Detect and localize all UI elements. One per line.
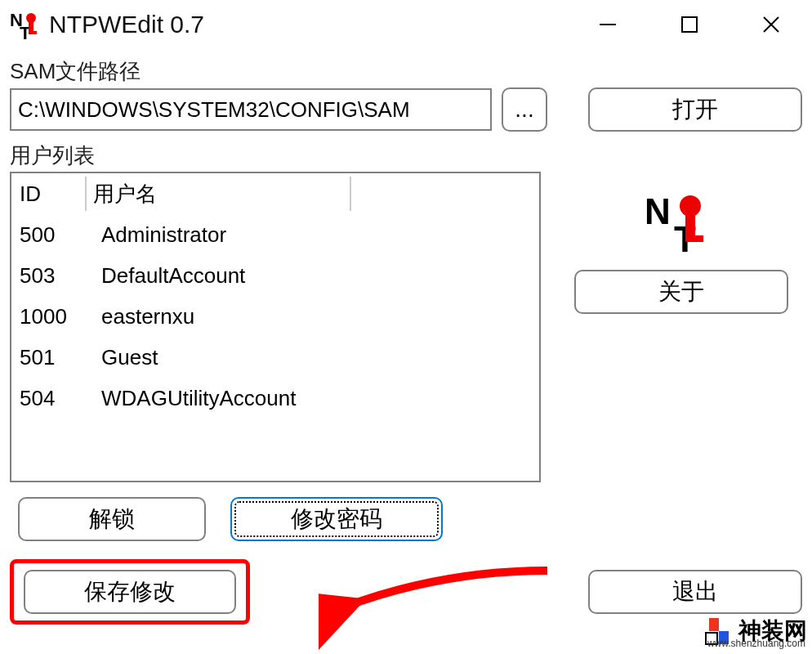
app-logo-large: N T	[645, 190, 718, 255]
svg-point-11	[680, 195, 701, 217]
cell-id: 500	[11, 222, 85, 248]
user-list-label: 用户列表	[10, 141, 802, 170]
table-row[interactable]: 503DefaultAccount	[11, 255, 539, 296]
title-bar: N T NTPWEdit 0.7	[0, 0, 812, 49]
column-header-id[interactable]: ID	[11, 181, 85, 207]
unlock-button[interactable]: 解锁	[18, 497, 206, 541]
maximize-button[interactable]	[649, 0, 730, 49]
window-controls	[567, 0, 812, 49]
user-list-rows: 500Administrator503DefaultAccount1000eas…	[11, 214, 539, 419]
table-row[interactable]: 501Guest	[11, 337, 539, 378]
cell-username: DefaultAccount	[85, 263, 539, 289]
open-button[interactable]: 打开	[588, 87, 802, 132]
user-list-right: N T 关于	[560, 172, 802, 314]
cell-id: 501	[11, 345, 85, 370]
svg-rect-4	[29, 31, 37, 34]
user-list-buttons: 解锁 修改密码	[10, 497, 541, 541]
cell-username: WDAGUtilityAccount	[85, 386, 539, 411]
sam-path-row: ... 打开	[10, 87, 802, 132]
cell-username: Guest	[85, 345, 539, 370]
minimize-button[interactable]	[567, 0, 649, 49]
watermark-url: www.shenzhuang.com	[707, 638, 805, 649]
cell-id: 503	[11, 263, 85, 289]
cell-username: easternxu	[85, 304, 539, 329]
cell-id: 504	[11, 386, 85, 411]
about-button[interactable]: 关于	[574, 270, 788, 314]
user-list-area: ID 用户名 500Administrator503DefaultAccount…	[10, 172, 802, 541]
watermark: 神装网 www.shenzhuang.com	[703, 615, 807, 647]
browse-button[interactable]: ...	[502, 87, 547, 132]
table-row[interactable]: 504WDAGUtilityAccount	[11, 378, 539, 419]
cell-username: Administrator	[85, 222, 539, 248]
user-list-left: ID 用户名 500Administrator503DefaultAccount…	[10, 172, 541, 541]
exit-button[interactable]: 退出	[588, 570, 802, 614]
svg-text:N: N	[645, 191, 671, 231]
user-list-header: ID 用户名	[11, 173, 539, 214]
window-title: NTPWEdit 0.7	[49, 11, 204, 38]
column-header-name[interactable]: 用户名	[87, 180, 350, 208]
column-divider	[350, 177, 351, 211]
close-button[interactable]	[730, 0, 812, 49]
svg-rect-6	[682, 17, 697, 32]
table-row[interactable]: 500Administrator	[11, 214, 539, 255]
cell-id: 1000	[11, 304, 85, 329]
app-icon: N T	[8, 8, 41, 41]
bottom-button-row: 保存修改 退出	[0, 541, 812, 625]
save-highlight-box: 保存修改	[10, 559, 250, 625]
svg-rect-13	[685, 235, 703, 242]
main-content: SAM文件路径 ... 打开 用户列表 ID 用户名 500Administra…	[0, 49, 812, 541]
table-row[interactable]: 1000easternxu	[11, 296, 539, 337]
change-password-button[interactable]: 修改密码	[230, 497, 443, 541]
sam-path-input[interactable]	[10, 88, 492, 131]
user-list-box[interactable]: ID 用户名 500Administrator503DefaultAccount…	[10, 172, 541, 482]
save-changes-button[interactable]: 保存修改	[24, 570, 236, 614]
sam-path-label: SAM文件路径	[10, 57, 802, 86]
